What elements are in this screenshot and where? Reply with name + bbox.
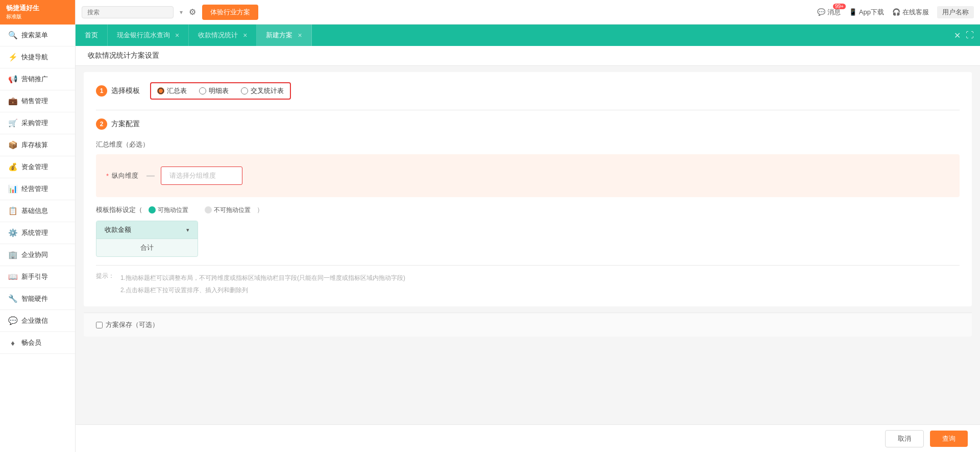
service-link[interactable]: 🎧 在线客服 bbox=[892, 8, 929, 17]
sidebar-item-label: 采购管理 bbox=[21, 118, 48, 128]
cancel-button[interactable]: 取消 bbox=[885, 430, 924, 447]
sidebar-item-basic-info[interactable]: 📋 基础信息 bbox=[0, 200, 75, 222]
finance-icon: 💰 bbox=[8, 162, 17, 172]
sidebar-item-label: 畅会员 bbox=[21, 338, 41, 347]
movable-dot bbox=[149, 206, 156, 213]
cooperation-icon: 🏢 bbox=[8, 250, 17, 259]
sidebar-item-purchase[interactable]: 🛒 采购管理 bbox=[0, 112, 75, 134]
save-checkbox[interactable] bbox=[96, 322, 103, 328]
dimension-selector[interactable]: 请选择分组维度 bbox=[161, 166, 242, 185]
guide-icon: 📖 bbox=[8, 272, 17, 281]
sidebar-item-management[interactable]: 📊 经营管理 bbox=[0, 178, 75, 200]
dimension-area: * 纵向维度 — 请选择分组维度 bbox=[96, 154, 960, 197]
headset-icon: 🎧 bbox=[892, 8, 900, 16]
main-area: ▾ ⚙ 体验行业方案 💬 消息 99+ 📱 App下载 🎧 在线客服 用户名称 … bbox=[76, 0, 980, 452]
hardware-icon: 🔧 bbox=[8, 294, 17, 303]
sidebar-item-label: 资金管理 bbox=[21, 162, 48, 172]
tab-home[interactable]: 首页 bbox=[76, 25, 108, 46]
tab-new-plan[interactable]: 新建方案 × bbox=[257, 25, 311, 46]
radio-summary[interactable]: 汇总表 bbox=[157, 86, 187, 96]
sidebar-item-cooperation[interactable]: 🏢 企业协同 bbox=[0, 244, 75, 266]
immovable-indicator: 不可拖动位置 bbox=[205, 206, 251, 215]
inventory-icon: 📦 bbox=[8, 140, 17, 150]
dimension-section-title: 汇总维度（必选） bbox=[96, 140, 960, 149]
radio-summary-input[interactable] bbox=[157, 87, 164, 94]
footer-section: 方案保存（可选） bbox=[84, 313, 972, 337]
save-checkbox-label[interactable]: 方案保存（可选） bbox=[96, 320, 159, 329]
immovable-dot bbox=[205, 206, 212, 213]
sidebar-item-hardware[interactable]: 🔧 智能硬件 bbox=[0, 288, 75, 310]
radio-cross-input[interactable] bbox=[241, 87, 248, 94]
user-name[interactable]: 用户名称 bbox=[937, 6, 974, 18]
wechat-icon: 💬 bbox=[8, 316, 17, 325]
metrics-title-close: ） bbox=[257, 205, 263, 215]
sidebar-item-inventory[interactable]: 📦 库存核算 bbox=[0, 134, 75, 156]
quick-nav-icon: ⚡ bbox=[8, 53, 17, 62]
tab-new-plan-close[interactable]: × bbox=[298, 31, 302, 39]
form-section: 1 选择模板 汇总表 明细表 交叉统计表 bbox=[84, 72, 972, 306]
sidebar-logo: 畅捷通好生 标准版 bbox=[0, 0, 75, 25]
dropdown-arrow[interactable]: ▾ bbox=[180, 9, 183, 16]
sidebar-item-label: 基础信息 bbox=[21, 206, 48, 216]
metrics-area: 收款金额 ▾ 合计 bbox=[96, 221, 198, 257]
radio-cross-label: 交叉统计表 bbox=[251, 86, 284, 96]
bottom-action-bar: 取消 查询 bbox=[76, 424, 980, 452]
sidebar-item-label: 搜索菜单 bbox=[21, 31, 48, 40]
search-input[interactable] bbox=[82, 6, 174, 18]
metrics-total-label: 合计 bbox=[140, 244, 154, 251]
sidebar-item-sales[interactable]: 💼 销售管理 bbox=[0, 90, 75, 112]
trial-button[interactable]: 体验行业方案 bbox=[202, 5, 258, 20]
sidebar-item-guide[interactable]: 📖 新手引导 bbox=[0, 266, 75, 288]
sidebar-item-member[interactable]: ♦ 畅会员 bbox=[0, 332, 75, 354]
step2-label: 方案配置 bbox=[111, 120, 140, 129]
sidebar-item-wechat[interactable]: 💬 企业微信 bbox=[0, 310, 75, 332]
close-window-btn[interactable]: ✕ bbox=[954, 31, 961, 40]
step1-badge: 1 bbox=[96, 85, 107, 97]
sidebar-item-system[interactable]: ⚙️ 系统管理 bbox=[0, 222, 75, 244]
sidebar-item-finance[interactable]: 💰 资金管理 bbox=[0, 156, 75, 178]
tips-label: 提示： bbox=[96, 272, 114, 280]
tab-payment-stats[interactable]: 收款情况统计 × bbox=[189, 25, 257, 46]
message-icon: 💬 bbox=[817, 8, 825, 16]
gear-icon[interactable]: ⚙ bbox=[189, 7, 196, 17]
tab-payment-stats-label: 收款情况统计 bbox=[198, 31, 238, 40]
template-radio-group: 汇总表 明细表 交叉统计表 bbox=[150, 82, 291, 100]
step2-section: 2 方案配置 汇总维度（必选） * 纵向维度 — 请选择分组维度 模板指标设定（ bbox=[96, 110, 960, 296]
radio-cross[interactable]: 交叉统计表 bbox=[241, 86, 284, 96]
step2-row: 2 方案配置 bbox=[96, 118, 960, 130]
tab-payment-stats-close[interactable]: × bbox=[243, 31, 247, 39]
download-link[interactable]: 📱 App下载 bbox=[849, 8, 884, 17]
query-button[interactable]: 查询 bbox=[930, 431, 968, 447]
metrics-section-title: 模板指标设定（ bbox=[96, 205, 142, 215]
metrics-chevron-icon[interactable]: ▾ bbox=[186, 227, 189, 233]
radio-detail-input[interactable] bbox=[199, 87, 206, 94]
vertical-dimension-label: 纵向维度 bbox=[112, 171, 138, 180]
edition-label: 标准版 bbox=[6, 13, 39, 20]
member-icon: ♦ bbox=[8, 338, 17, 347]
metrics-header[interactable]: 收款金额 ▾ bbox=[96, 221, 198, 239]
sidebar-item-label: 经营管理 bbox=[21, 184, 48, 194]
tab-bank-flow[interactable]: 现金银行流水查询 × bbox=[108, 25, 189, 46]
tips-section: 提示： 1.拖动标题栏可以调整布局，不可跨维度或指标区域拖动栏目字段(只能在同一… bbox=[96, 265, 960, 296]
tab-bank-flow-label: 现金银行流水查询 bbox=[117, 31, 170, 40]
tab-bank-flow-close[interactable]: × bbox=[175, 31, 179, 39]
sidebar-item-label: 企业协同 bbox=[21, 250, 48, 259]
radio-detail[interactable]: 明细表 bbox=[199, 86, 229, 96]
search-icon: 🔍 bbox=[8, 31, 17, 40]
sidebar-item-marketing[interactable]: 📢 营销推广 bbox=[0, 68, 75, 90]
sidebar-item-search[interactable]: 🔍 搜索菜单 bbox=[0, 25, 75, 46]
topbar-right: 💬 消息 99+ 📱 App下载 🎧 在线客服 用户名称 bbox=[817, 6, 974, 18]
nav-tabs: 首页 现金银行流水查询 × 收款情况统计 × 新建方案 × ✕ ⛶ bbox=[76, 25, 980, 46]
maximize-btn[interactable]: ⛶ bbox=[966, 31, 974, 40]
message-badge[interactable]: 💬 消息 99+ bbox=[817, 8, 841, 17]
page-title: 收款情况统计方案设置 bbox=[88, 51, 159, 59]
tab-new-plan-label: 新建方案 bbox=[266, 31, 292, 40]
sidebar-item-label: 系统管理 bbox=[21, 228, 48, 237]
marketing-icon: 📢 bbox=[8, 75, 17, 84]
sidebar-item-quick-nav[interactable]: ⚡ 快捷导航 bbox=[0, 46, 75, 68]
management-icon: 📊 bbox=[8, 184, 17, 194]
dimension-placeholder: 请选择分组维度 bbox=[169, 172, 216, 179]
logo-text: 畅捷通好生 bbox=[6, 4, 39, 12]
radio-summary-label: 汇总表 bbox=[167, 86, 187, 96]
step1-label: 选择模板 bbox=[111, 86, 140, 96]
